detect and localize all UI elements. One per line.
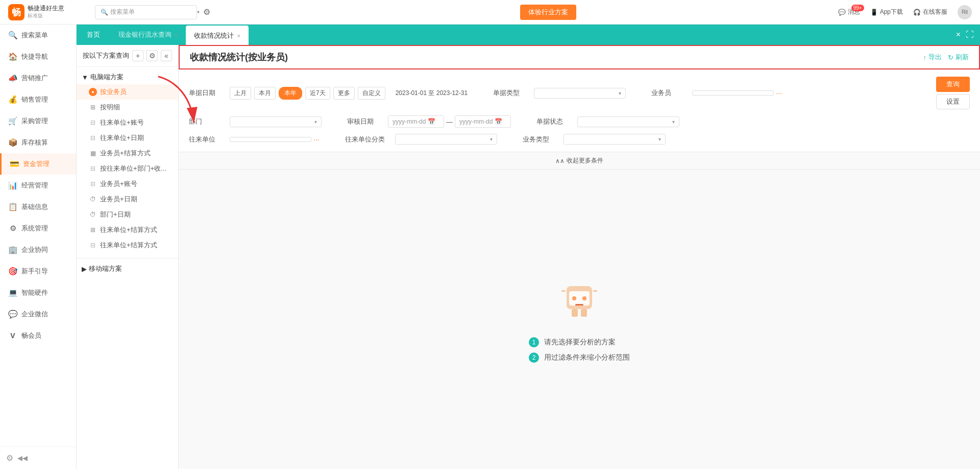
sidebar-item-finance[interactable]: 💳 资金管理 [0,153,76,175]
counterpart-category-arrow: ▾ [490,136,493,142]
sidebar-item-label: 畅会员 [21,331,41,340]
query-button[interactable]: 查询 [936,77,970,92]
audit-date-group: yyyy-mm-dd 📅 — yyyy-mm-dd 📅 [388,115,511,128]
audit-date-to-icon: 📅 [495,118,502,125]
empty-robot-icon [559,276,600,329]
sidebar-item-basic-info[interactable]: 📋 基础信息 [0,196,76,218]
doc-type-select[interactable]: ▾ [534,88,626,99]
scheme-settings-button[interactable]: ⚙ [146,50,158,61]
business-type-arrow: ▾ [658,136,661,142]
scheme-item-unit-settlement3[interactable]: ⊟ 往来单位+结算方式 [77,238,178,253]
audit-date-from-icon: 📅 [428,118,435,125]
sidebar-item-inventory[interactable]: 📦 库存核算 [0,132,76,153]
sidebar: 🔍 搜索菜单 🏠 快捷导航 📣 营销推广 💰 销售管理 🛒 采购管理 📦 库存核… [0,25,77,469]
purchase-icon: 🛒 [8,116,17,126]
staff-dots-button[interactable]: ··· [776,89,782,97]
refresh-button[interactable]: ↻ 刷新 [948,53,969,62]
trial-button[interactable]: 体验行业方案 [520,5,576,20]
sidebar-item-search-menu[interactable]: 🔍 搜索菜单 [0,25,76,46]
app-edition: 标准版 [28,12,64,19]
scheme-item-by-staff[interactable]: ● 按业务员 [77,84,178,100]
guide-icon: 🎯 [8,267,17,276]
header-right: 💬 消息 99+ 📱 App下载 🎧 在线客服 Rit [838,5,972,19]
tab-close-all-icon[interactable]: × [956,30,961,39]
collapse-button[interactable]: ∧∧ 收起更多条件 [555,156,603,165]
header-settings-icon[interactable]: ⚙ [200,5,214,19]
scheme-item-staff-account[interactable]: ⊟ 业务员+账号 [77,176,178,192]
online-service-button[interactable]: 🎧 在线客服 [913,8,947,16]
tab-bank-flow[interactable]: 现金银行流水查询 × [110,25,186,45]
user-name: Rit [958,5,972,19]
scheme-item-icon: ⏱ [89,210,97,219]
doc-status-select[interactable]: ▾ [577,116,679,127]
service-icon: 🎧 [913,9,921,16]
sidebar-collapse-icon[interactable]: ◀◀ [17,454,28,462]
date-btn-last-7-days[interactable]: 近7天 [305,87,330,100]
counterpart-input[interactable] [230,137,311,142]
sidebar-item-vip[interactable]: V 畅会员 [0,325,76,346]
date-btn-last-month[interactable]: 上月 [230,87,251,100]
scheme-item-unit-dept[interactable]: ⊟ 按往来单位+部门+收... [77,161,178,176]
scheme-item-staff-settlement[interactable]: ▦ 业务员+结算方式 [77,146,178,161]
scheme-mobile-title[interactable]: ▶ 移动端方案 [77,262,178,276]
sidebar-item-marketing[interactable]: 📣 营销推广 [0,67,76,89]
tab-bank-flow-close[interactable]: × [175,32,178,38]
export-button[interactable]: ↑ 导出 [923,53,942,62]
main-panel: 收款情况统计(按业务员) ↑ 导出 ↻ 刷新 [179,45,980,469]
inventory-icon: 📦 [8,138,17,147]
settings-button[interactable]: 设置 [936,94,970,109]
sidebar-settings-icon[interactable]: ⚙ [6,453,13,463]
staff-input[interactable] [692,90,774,96]
date-btn-this-month[interactable]: 本月 [254,87,276,100]
audit-date-to[interactable]: yyyy-mm-dd 📅 [455,115,511,128]
sidebar-item-operations[interactable]: 📊 经营管理 [0,175,76,196]
message-button[interactable]: 💬 消息 99+ [838,8,860,16]
user-avatar-area[interactable]: Rit [958,5,972,19]
scheme-item-unit-date[interactable]: ⊟ 往来单位+日期 [77,130,178,146]
hardware-icon: 💻 [8,288,17,297]
sidebar-item-guide[interactable]: 🎯 新手引导 [0,261,76,282]
date-range-display: 2023-01-01 至 2023-12-31 [396,89,468,98]
tab-receipts-stats-close[interactable]: × [237,33,240,39]
date-btn-this-year[interactable]: 本年 [279,87,302,100]
scheme-expand-icon: ▼ [82,74,88,81]
scheme-collapse-button[interactable]: « [161,50,172,61]
dept-select[interactable]: ▾ [230,116,322,127]
sidebar-item-hardware[interactable]: 💻 智能硬件 [0,282,76,303]
sidebar-item-label: 快捷导航 [21,52,48,61]
vip-icon: V [8,331,17,340]
svg-rect-5 [561,290,566,292]
scheme-add-button[interactable]: + [132,50,143,61]
svg-rect-4 [575,304,583,306]
date-btn-custom[interactable]: 自定义 [358,87,385,100]
sidebar-bottom: ⚙ ◀◀ [0,447,76,469]
date-filter-label: 单据日期 [189,88,219,98]
scheme-item-unit-account[interactable]: ⊟ 往来单位+账号 [77,115,178,130]
tab-bar-right: × ⛶ [956,30,980,39]
scheme-item-staff-date[interactable]: ⏱ 业务员+日期 [77,192,178,207]
tab-receipts-stats[interactable]: 收款情况统计 × [186,26,248,46]
tab-home[interactable]: 首页 [77,25,110,45]
tab-fullscreen-icon[interactable]: ⛶ [966,30,974,39]
audit-date-from[interactable]: yyyy-mm-dd 📅 [388,115,444,128]
business-type-select[interactable]: ▾ [564,134,666,145]
sidebar-item-sales[interactable]: 💰 销售管理 [0,89,76,110]
app-download-button[interactable]: 📱 App下载 [870,8,903,16]
date-btn-more[interactable]: 更多 [333,87,355,100]
sidebar-item-system[interactable]: ⚙ 系统管理 [0,218,76,239]
sidebar-item-label: 经营管理 [21,181,48,190]
counterpart-category-select[interactable]: ▾ [395,134,497,145]
header-search-area: 🔍 搜索菜单 ▾ ⚙ [95,5,248,19]
scheme-item-unit-settlement2[interactable]: ⊞ 往来单位+结算方式 [77,222,178,238]
menu-search-box[interactable]: 🔍 搜索菜单 [95,5,197,19]
sidebar-item-wechat[interactable]: 💬 企业微信 [0,303,76,325]
scheme-item-by-detail[interactable]: ⊞ 按明细 [77,100,178,115]
empty-step-1: 1 请先选择要分析的方案 [529,337,630,347]
staff-label: 业务员 [651,88,682,98]
scheme-item-dept-date[interactable]: ⏱ 部门+日期 [77,207,178,222]
counterpart-dots-button[interactable]: ··· [313,135,320,144]
sidebar-item-purchase[interactable]: 🛒 采购管理 [0,110,76,132]
sidebar-item-quick-nav[interactable]: 🏠 快捷导航 [0,46,76,67]
sidebar-item-enterprise[interactable]: 🏢 企业协同 [0,239,76,261]
scheme-desktop-title[interactable]: ▼ 电脑端方案 [77,70,178,84]
